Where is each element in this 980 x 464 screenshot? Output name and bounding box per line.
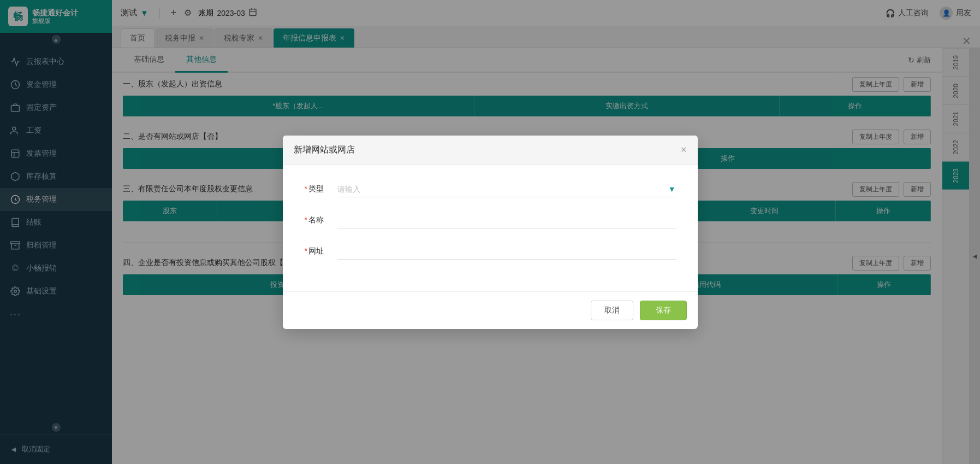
modal-header: 新增网站或网店 ×: [283, 136, 698, 165]
type-input[interactable]: [337, 181, 676, 197]
modal-overlay[interactable]: 新增网站或网店 × *类型 ▼ *名称 *网址: [0, 0, 980, 464]
cancel-button[interactable]: 取消: [591, 301, 633, 320]
name-input[interactable]: [337, 213, 676, 228]
required-marker2: *: [305, 215, 307, 224]
url-input[interactable]: [337, 244, 676, 260]
form-field-url: *网址: [305, 244, 676, 260]
modal-footer: 取消 保存: [283, 291, 698, 329]
url-label: *网址: [305, 246, 337, 256]
form-field-type: *类型 ▼: [305, 181, 676, 197]
save-button[interactable]: 保存: [640, 301, 687, 320]
modal-body: *类型 ▼ *名称 *网址: [283, 165, 698, 291]
modal-title: 新增网站或网店: [294, 144, 355, 156]
modal-close-btn[interactable]: ×: [681, 144, 687, 156]
name-label: *名称: [305, 215, 337, 225]
type-label: *类型: [305, 184, 337, 194]
add-website-modal: 新增网站或网店 × *类型 ▼ *名称 *网址: [283, 136, 698, 329]
form-field-name: *名称: [305, 213, 676, 228]
required-marker3: *: [305, 246, 307, 255]
required-marker: *: [305, 184, 307, 193]
